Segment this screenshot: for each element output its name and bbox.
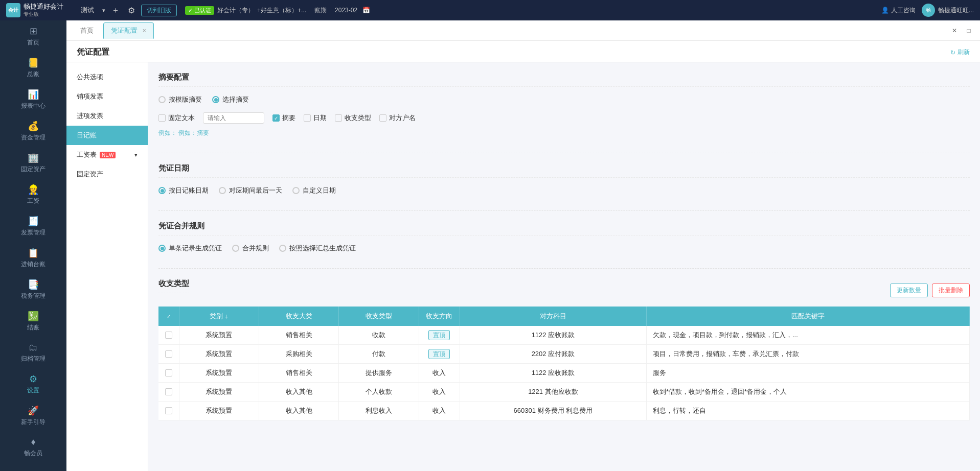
voucher-date-title: 凭证日期 [158, 163, 970, 178]
td-keywords-4: 利息，行转，还自 [646, 402, 969, 420]
radio-last-day[interactable]: 对应期间最后一天 [219, 186, 282, 195]
td-keywords-1: 项目，日常费用，报销款，车费，承兑汇票，付款 [646, 345, 969, 364]
top-settings-icon[interactable]: ⚙ [128, 6, 135, 15]
table-row: 系统预置 销售相关 收款 置顶 1122 应收账款 欠款，现金，项目款，到付款，… [158, 326, 970, 345]
checkbox-box-summary: ✓ [272, 114, 280, 122]
page-header: 凭证配置 ↻ 刷新 [66, 41, 980, 62]
voucher-date-section: 凭证日期 按日记账日期 对应期间最后一天 自定义日期 [158, 163, 970, 195]
th-checkbox: ✓ [158, 307, 179, 326]
radio-circle-summary-gen [279, 245, 286, 252]
td-type-2: 提供服务 [339, 364, 419, 383]
row-checkbox-0[interactable] [165, 332, 172, 339]
sidebar-item-archive[interactable]: 🗂 归档管理 [0, 337, 66, 368]
checkbox-income-type[interactable]: 收支类型 [335, 113, 371, 123]
top-right: 👤 人工咨询 畅 畅捷通旺旺... [881, 4, 974, 17]
tag-btn-1[interactable]: 置顶 [428, 349, 450, 359]
badge-business: +好生意（标）+... [257, 6, 306, 15]
main-content: 摘要配置 按模版摘要 选择摘要 [148, 62, 980, 471]
radio-journal-date[interactable]: 按日记账日期 [158, 186, 209, 195]
sidebar-item-sales[interactable]: 📋 进销台账 [0, 242, 66, 274]
update-count-btn[interactable]: 更新数量 [890, 284, 928, 297]
sidebar-item-guide[interactable]: 🚀 新手引导 [0, 400, 66, 432]
tab-close-icon[interactable]: × [143, 27, 146, 34]
divider-2 [158, 210, 970, 211]
td-account-4: 660301 财务费用 利息费用 [460, 402, 646, 420]
radio-summary-generate[interactable]: 按照选择汇总生成凭证 [279, 244, 356, 253]
radio-custom-date[interactable]: 自定义日期 [292, 186, 336, 195]
row-checkbox-4[interactable] [165, 407, 172, 414]
assets-icon: 🏢 [28, 152, 39, 163]
top-add-button[interactable]: ＋ [111, 5, 120, 16]
logo-text-block: 畅捷通好会计 专业版 [24, 3, 63, 18]
refresh-button[interactable]: ↻ 刷新 [950, 48, 970, 57]
radio-single-record[interactable]: 单条记录生成凭证 [158, 244, 222, 253]
sidebar-item-tax[interactable]: 📑 税务管理 [0, 274, 66, 305]
calendar-icon[interactable]: 📅 [362, 7, 370, 14]
radio-merge-rule[interactable]: 合并规则 [232, 244, 269, 253]
sidebar-item-settings[interactable]: ⚙ 设置 [0, 368, 66, 400]
close-window-btn[interactable]: ✕ [949, 26, 960, 36]
checkbox-date[interactable]: 日期 [304, 113, 327, 123]
checkbox-counterparty[interactable]: 对方户名 [379, 113, 416, 123]
tab-voucher-config[interactable]: 凭证配置 × [103, 22, 154, 39]
row-checkbox-3[interactable] [165, 388, 172, 395]
td-checkbox-3 [158, 383, 179, 402]
left-nav-journal[interactable]: 日记账 [66, 126, 148, 145]
summary-checkbox-row: 固定文本 ✓ 摘要 日期 收支类型 [158, 112, 970, 124]
merge-rules-title: 凭证合并规则 [158, 221, 970, 236]
sidebar-item-payroll[interactable]: 👷 工资 [0, 179, 66, 210]
td-major-1: 采购相关 [259, 345, 338, 364]
sidebar-item-invoice[interactable]: 🧾 发票管理 [0, 210, 66, 242]
left-nav: 公共选项 销项发票 进项发票 日记账 工资表 NEW ▾ 固定资产 [66, 62, 148, 471]
merge-rules-radio-group: 单条记录生成凭证 合并规则 按照选择汇总生成凭证 [158, 244, 970, 253]
sidebar-item-reports[interactable]: 📊 报表中心 [0, 84, 66, 115]
td-major-3: 收入其他 [259, 383, 338, 402]
sidebar-item-ledger[interactable]: 📒 总账 [0, 52, 66, 84]
user-menu[interactable]: 畅 畅捷通旺旺... [922, 4, 974, 17]
radio-select-summary[interactable]: 选择摘要 [212, 95, 249, 104]
left-nav-sales-invoice[interactable]: 销项发票 [66, 87, 148, 106]
table-actions: 更新数量 批量删除 [890, 284, 970, 297]
radio-circle-merge [232, 245, 239, 252]
tab-bar: 首页 凭证配置 × ✕ □ [66, 20, 980, 41]
radio-circle-select [212, 96, 219, 103]
sidebar-item-finance[interactable]: 💰 资金管理 [0, 115, 66, 147]
row-checkbox-1[interactable] [165, 350, 172, 358]
checkbox-box-income [335, 114, 342, 122]
merge-rules-section: 凭证合并规则 单条记录生成凭证 合并规则 按照选择汇总生成凭证 [158, 221, 970, 253]
radio-template-summary[interactable]: 按模版摘要 [158, 95, 202, 104]
sidebar-item-home[interactable]: ⊞ 首页 [0, 20, 66, 52]
left-nav-purchase-invoice[interactable]: 进项发票 [66, 106, 148, 126]
left-nav-payroll-table[interactable]: 工资表 NEW ▾ [66, 145, 148, 164]
nav-arrow-icon: ▾ [134, 152, 138, 158]
income-expense-table: ✓ 类别 ↓ 收支大类 收支类型 收支方向 对方科目 匹配关键字 [158, 307, 970, 420]
top-nav-dropdown-icon[interactable]: ▾ [102, 7, 105, 14]
left-nav-fixed-assets[interactable]: 固定资产 [66, 164, 148, 184]
left-nav-public[interactable]: 公共选项 [66, 67, 148, 87]
table-header: ✓ 类别 ↓ 收支大类 收支类型 收支方向 对方科目 匹配关键字 [158, 307, 970, 326]
content-area: 首页 凭证配置 × ✕ □ 凭证配置 ↻ 刷新 公共选项 [66, 20, 980, 471]
fixed-text-input[interactable] [203, 112, 264, 124]
tag-btn-0[interactable]: 置顶 [428, 330, 450, 340]
sidebar-item-closing[interactable]: 💹 结账 [0, 305, 66, 337]
switch-to-old-btn[interactable]: 切到旧版 [141, 5, 177, 16]
period-value: 2023-02 [335, 7, 357, 14]
maximize-window-btn[interactable]: □ [964, 26, 974, 36]
radio-circle-lastday [219, 187, 226, 194]
tab-home[interactable]: 首页 [73, 22, 101, 38]
select-all-checkbox[interactable]: ✓ [165, 313, 172, 320]
reports-icon: 📊 [28, 89, 39, 100]
checkbox-summary[interactable]: ✓ 摘要 [272, 113, 295, 123]
td-type-1: 付款 [339, 345, 419, 364]
row-checkbox-2[interactable] [165, 369, 172, 376]
sidebar-item-member[interactable]: ♦ 畅会员 [0, 432, 66, 463]
top-nav-test[interactable]: 测试 [77, 6, 98, 15]
table-row: 系统预置 收入其他 利息收入 收入 660301 财务费用 利息费用 利息，行转… [158, 402, 970, 420]
help-btn[interactable]: 👤 人工咨询 [881, 6, 916, 15]
example-link[interactable]: 例如：摘要 [178, 129, 209, 136]
sidebar-item-assets[interactable]: 🏢 固定资产 [0, 147, 66, 179]
td-type-0: 收款 [339, 326, 419, 345]
batch-delete-btn[interactable]: 批量删除 [932, 284, 970, 297]
checkbox-fixed-text[interactable]: 固定文本 [158, 113, 195, 123]
voucher-date-radio-group: 按日记账日期 对应期间最后一天 自定义日期 [158, 186, 970, 195]
